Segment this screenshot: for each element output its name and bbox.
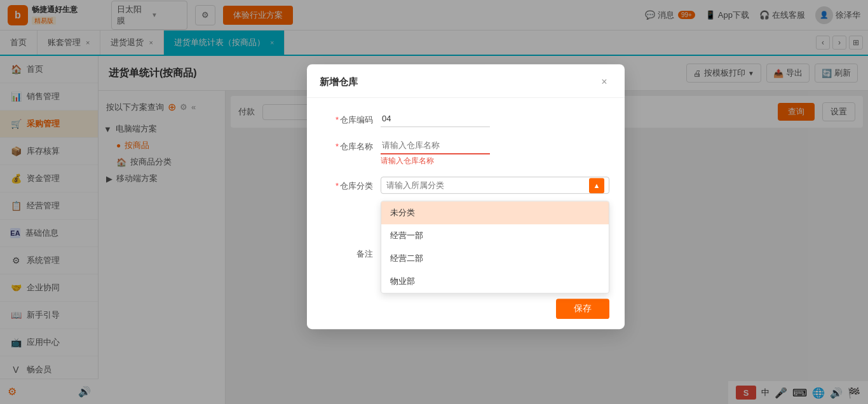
category-dropdown: 未分类 经营一部 经营二部 物业部 <box>381 201 609 293</box>
chevron-up-icon: ▲ <box>593 182 600 189</box>
save-button[interactable]: 保存 <box>556 299 609 319</box>
category-label: *仓库分类 <box>322 177 373 192</box>
new-warehouse-modal: 新增仓库 × *仓库编码 *仓库名称 请输入仓库名称 *仓库分类 <box>307 64 625 329</box>
modal-body: *仓库编码 *仓库名称 请输入仓库名称 *仓库分类 ▲ <box>307 98 625 291</box>
dropdown-item-dept3[interactable]: 物业部 <box>381 270 609 293</box>
category-input[interactable] <box>381 177 609 194</box>
name-error-msg: 请输入仓库名称 <box>381 156 609 166</box>
form-row-name: *仓库名称 请输入仓库名称 <box>322 137 609 166</box>
warehouse-code-input[interactable] <box>381 111 490 127</box>
dropdown-item-dept2[interactable]: 经营二部 <box>381 247 609 270</box>
name-label: *仓库名称 <box>322 137 373 152</box>
category-toggle-button[interactable]: ▲ <box>589 178 604 193</box>
modal-close-button[interactable]: × <box>597 74 612 90</box>
modal-header: 新增仓库 × <box>307 64 625 98</box>
warehouse-name-input[interactable] <box>381 137 490 154</box>
code-input-wrap <box>381 111 609 127</box>
dropdown-item-uncategorized[interactable]: 未分类 <box>381 201 609 224</box>
modal-title: 新增仓库 <box>320 76 597 88</box>
form-row-code: *仓库编码 <box>322 111 609 127</box>
remark-label: 备注 <box>322 245 373 260</box>
form-row-category: *仓库分类 ▲ 未分类 经营一部 经营二部 物业部 <box>322 177 609 194</box>
name-input-wrap: 请输入仓库名称 <box>381 137 609 166</box>
category-select-wrap: ▲ 未分类 经营一部 经营二部 物业部 <box>381 177 609 194</box>
modal-footer: 保存 <box>307 291 625 329</box>
dropdown-item-dept1[interactable]: 经营一部 <box>381 224 609 247</box>
code-label: *仓库编码 <box>322 111 373 126</box>
